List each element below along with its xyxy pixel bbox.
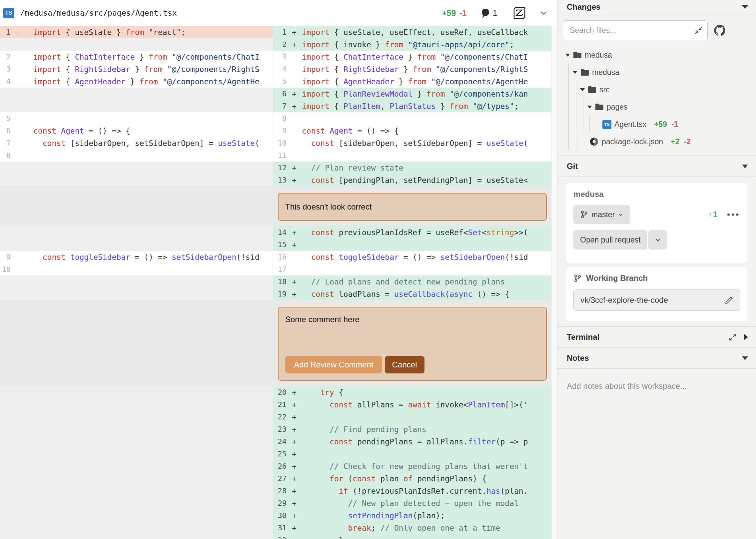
diff-code-row: 30+ setPendingPlan(plan); <box>273 509 551 522</box>
line-number: 1 <box>273 28 287 36</box>
diff-sign: + <box>287 90 302 98</box>
notes-section-header[interactable]: Notes <box>557 347 756 369</box>
indent-guide <box>568 64 569 150</box>
diff-code-row: 9const Agent = () => { <box>273 125 551 137</box>
notes-body[interactable]: Add notes about this workspace... <box>557 369 756 539</box>
code-text: import { AgentHeader } from "@/component… <box>302 77 528 86</box>
code-text: import { PlanReviewModal } from "@/compo… <box>302 90 528 98</box>
chevron-down-icon[interactable] <box>539 8 548 18</box>
code-text: const toggleSidebar = () => setSidebarOp… <box>302 253 528 262</box>
add-review-comment-button[interactable]: Add Review Comment <box>285 356 382 373</box>
working-branch-card: Working Branch vk/3ccf-explore-the-code <box>566 267 747 321</box>
tree-folder-medusa-inner[interactable]: medusa <box>557 64 756 81</box>
diff-code-row: 32+ } <box>273 534 551 539</box>
line-number: 8 <box>273 114 287 123</box>
file-deletions: -1 <box>671 120 678 129</box>
line-number: 15 <box>273 241 287 249</box>
line-number: 10 <box>0 265 11 273</box>
chevron-down-icon[interactable] <box>742 165 748 168</box>
open-pull-request-button[interactable]: Open pull request <box>573 230 647 250</box>
diff-filler-row <box>0 226 273 239</box>
zed-logo-icon[interactable] <box>512 5 527 21</box>
diff-sign: + <box>287 450 302 458</box>
search-files-input[interactable] <box>563 20 708 40</box>
code-text: import { invoke } from "@tauri-apps/api/… <box>302 40 514 49</box>
diff-code-row: 6const Agent = () => { <box>0 125 273 137</box>
working-branch-input[interactable]: vk/3ccf-explore-the-code <box>573 289 740 311</box>
tree-folder-label: medusa <box>585 51 612 60</box>
chevron-down-icon[interactable] <box>742 356 748 360</box>
comment-band <box>0 300 273 386</box>
more-options-button[interactable]: ●●● <box>727 211 740 218</box>
diff-panes: 1-import { useState } from "react";2impo… <box>0 26 557 539</box>
line-number: 18 <box>273 277 287 286</box>
code-text: const pendingPlans = allPlans.filter(p =… <box>302 437 528 446</box>
line-number: 26 <box>273 462 287 470</box>
diff-sign: + <box>287 164 302 172</box>
branch-selector[interactable]: master <box>573 205 630 224</box>
expand-icon[interactable] <box>728 333 737 341</box>
diff-code-row: 3import { ChatInterface } from "@/compon… <box>273 51 551 63</box>
line-number: 5 <box>0 114 11 123</box>
app-window: TS /medusa/medusa/src/pages/Agent.tsx +5… <box>0 0 756 539</box>
edit-icon[interactable] <box>724 295 734 305</box>
tree-folder-pages[interactable]: pages <box>557 98 756 116</box>
line-number: 21 <box>273 400 287 409</box>
tree-folder-src[interactable]: src <box>557 81 756 98</box>
tree-file-package-lock[interactable]: package-lock.json +2 -2 <box>557 133 756 150</box>
code-text: import { RightSidebar } from "@/componen… <box>33 65 260 74</box>
tree-file-label: Agent.tsx <box>614 120 646 129</box>
ahead-indicator[interactable]: ↑1 <box>708 210 717 219</box>
cancel-button[interactable]: Cancel <box>385 356 424 373</box>
chevron-down-icon <box>573 71 577 74</box>
changes-section-header[interactable]: Changes <box>557 0 756 14</box>
line-number: 2 <box>0 53 11 61</box>
git-branch-icon <box>573 274 581 282</box>
github-icon[interactable] <box>713 24 726 37</box>
line-number: 28 <box>273 487 287 495</box>
review-comment-text: Some comment here <box>279 307 546 324</box>
folder-icon <box>588 86 596 93</box>
diff-code-row: 8 <box>0 149 273 162</box>
indent-guide <box>589 116 590 132</box>
notes-title: Notes <box>567 353 589 363</box>
code-text: const [pendingPlan, setPendingPlan] = us… <box>302 176 528 185</box>
code-text: import { useState } from "react"; <box>33 28 186 37</box>
diff-code-row: 7 const [sidebarOpen, setSidebarOpen] = … <box>0 137 273 149</box>
code-text: const Agent = () => { <box>302 127 399 135</box>
diff-filler-row <box>0 288 273 300</box>
code-text: import { AgentHeader } from "@/component… <box>33 77 260 86</box>
code-text: const [sidebarOpen, setSidebarOpen] = us… <box>33 139 260 148</box>
diff-filler-area <box>0 386 273 539</box>
chevron-down-icon[interactable] <box>742 5 748 9</box>
line-number: 2 <box>273 40 287 49</box>
line-number: 10 <box>273 139 287 147</box>
tree-file-agent-tsx[interactable]: TS Agent.tsx +59 -1 <box>557 116 756 133</box>
changes-title: Changes <box>567 2 600 12</box>
notes-placeholder: Add notes about this workspace... <box>567 381 687 390</box>
diff-code-row: 15+ <box>273 239 551 251</box>
additions-count: +59 <box>442 8 456 18</box>
git-title: Git <box>567 162 578 171</box>
comments-indicator[interactable]: 1 <box>480 8 497 18</box>
diff-code-row: 31+ break; // Only open one at a time <box>273 522 551 534</box>
diff-code-row: 13+ const [pendingPlan, setPendingPlan] … <box>273 174 551 186</box>
chevron-down-icon <box>618 212 623 217</box>
diff-sign: + <box>287 511 302 520</box>
diff-sign: + <box>287 425 302 434</box>
git-section-header[interactable]: Git <box>557 156 756 177</box>
diff-sign: + <box>287 28 302 37</box>
comment-bubble-icon <box>480 8 491 18</box>
terminal-section-header[interactable]: Terminal <box>557 326 756 348</box>
diff-code-row: 3import { RightSidebar } from "@/compone… <box>0 63 273 75</box>
file-additions: +59 <box>654 120 667 129</box>
collapse-icon[interactable] <box>694 26 703 35</box>
diff-scrollbar[interactable] <box>551 26 557 539</box>
pull-request-dropdown-button[interactable] <box>648 230 667 250</box>
chevron-right-icon[interactable] <box>744 334 748 340</box>
review-comment-box: Some comment hereAdd Review CommentCance… <box>278 307 547 381</box>
line-number: 12 <box>273 164 287 172</box>
diff-code-row: 10 const [sidebarOpen, setSidebarOpen] =… <box>273 137 551 149</box>
tree-folder-medusa[interactable]: medusa <box>557 46 756 64</box>
diff-code-row: 4import { AgentHeader } from "@/componen… <box>0 75 273 88</box>
